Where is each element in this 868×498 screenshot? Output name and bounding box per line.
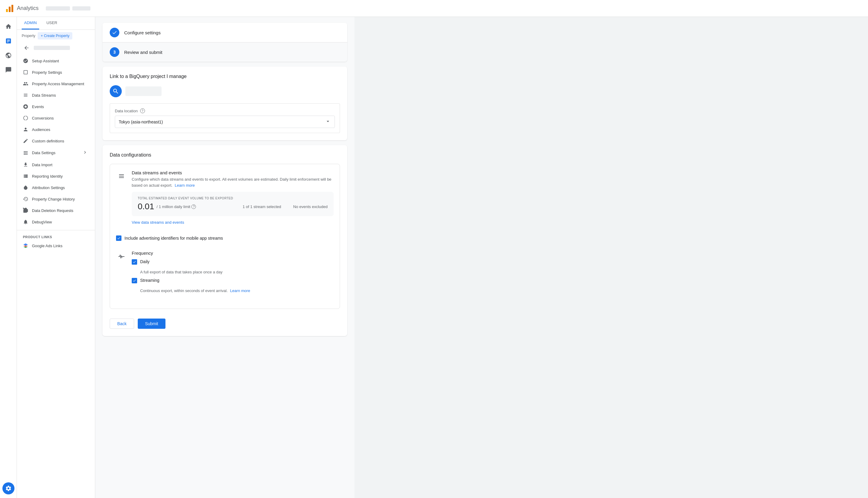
create-property-button[interactable]: + Create Property [38,32,72,39]
nav-settings-icon[interactable] [2,482,14,494]
sidebar-label-audiences: Audiences [32,127,50,132]
search-icon [112,88,119,94]
tab-admin[interactable]: ADMIN [22,17,39,29]
sidebar-item-google-ads[interactable]: Google Ads Links [17,240,92,251]
property-label: Property [22,34,35,38]
bigquery-project-name-blur [125,87,162,96]
sidebar-label-setup-assistant: Setup Assistant [32,59,59,63]
streaming-checkbox-box[interactable] [132,278,137,283]
sidebar-item-property-change[interactable]: Property Change History [17,193,92,205]
nav-advertising-icon[interactable] [2,64,14,76]
sidebar-item-data-streams[interactable]: Data Streams [17,89,92,101]
streaming-checkbox-row: Streaming [132,278,334,283]
deletion-icon [23,208,28,213]
sidebar-label-property-settings: Property Settings [32,70,62,75]
sidebar-item-setup-assistant[interactable]: Setup Assistant [17,55,92,67]
daily-checkbox-row: Daily [132,259,334,265]
data-configurations-title: Data configurations [110,152,340,158]
custom-icon [23,138,28,144]
view-data-streams-link[interactable]: View data streams and events [132,220,184,225]
stats-help-icon: ? [191,205,196,209]
stats-unit: / 1 million daily limit ? [157,205,196,209]
attribution-icon [23,185,28,190]
sidebar-item-custom-definitions[interactable]: Custom definitions [17,135,92,147]
sidebar-label-property-change: Property Change History [32,197,75,201]
app-logo: Analytics [2,4,41,13]
nav-explore-icon[interactable] [2,49,14,62]
tab-user[interactable]: USER [44,17,60,29]
sidebar-label-property-access: Property Access Management [32,82,84,86]
data-configurations-card: Data configurations Data streams and eve… [102,145,347,336]
sidebar-label-data-deletion: Data Deletion Requests [32,208,73,213]
nav-reports-icon[interactable] [2,35,14,47]
sidebar-item-data-import[interactable]: Data Import [17,159,92,170]
stats-volume: 0.01 [138,202,154,211]
analytics-logo-icon [5,4,14,13]
sidebar-item-debugview[interactable]: DebugView [17,216,92,227]
svg-rect-0 [6,9,8,12]
bigquery-title: Link to a BigQuery project I manage [110,74,340,79]
reporting-icon [23,173,28,179]
sidebar-label-data-import: Data Import [32,162,52,167]
data-location-label: Data location [115,109,138,113]
sidebar-item-property-settings[interactable]: Property Settings [17,67,92,78]
sidebar-label-reporting-identity: Reporting Identity [32,174,63,179]
data-location-label-row: Data location ? [115,108,335,113]
action-buttons: Back Submit [110,316,340,329]
stream-selected-text: 1 of 1 stream selected [243,205,281,209]
streaming-learn-more-link[interactable]: Learn more [230,288,250,293]
frequency-streaming: Streaming Continuous export, within seco… [132,278,334,293]
property-name-blur [34,46,70,50]
select-arrow-icon [325,118,331,125]
data-location-select[interactable]: Tokyo (asia-northeast1) [115,116,335,128]
step-1-badge [110,28,119,37]
history-icon [23,196,28,202]
data-settings-icon [23,150,28,156]
back-button[interactable]: Back [110,318,134,329]
stats-label: TOTAL ESTIMATED DAILY EVENT VOLUME TO BE… [138,197,328,200]
sidebar-label-events: Events [32,104,44,109]
advertising-checkbox-box[interactable] [116,235,122,241]
stats-values: 0.01 / 1 million daily limit ? 1 of 1 st… [138,202,328,211]
sidebar-item-attribution-settings[interactable]: Attribution Settings [17,182,92,193]
sidebar-item-data-settings[interactable]: Data Settings [17,147,92,159]
frequency-section: Frequency Daily [116,250,334,297]
sidebar-item-data-deletion[interactable]: Data Deletion Requests [17,205,92,216]
frequency-row: Frequency Daily [116,250,334,297]
data-streams-learn-more-link[interactable]: Learn more [175,183,195,187]
stats-right: 1 of 1 stream selected No events exclude… [243,205,328,209]
streaming-desc-container: Continuous export, within seconds of eve… [140,288,334,293]
left-nav [0,17,17,498]
sidebar-item-conversions[interactable]: Conversions [17,112,92,124]
back-button-sidebar[interactable] [22,43,31,53]
frequency-daily: Daily A full export of data that takes p… [132,259,334,274]
daily-desc: A full export of data that takes place o… [140,270,222,274]
property-settings-icon [23,69,28,75]
events-excluded-text: No events excluded [293,205,328,209]
events-icon [23,104,28,109]
daily-label: Daily [140,259,150,264]
frequency-icon [116,251,127,262]
streaming-label: Streaming [140,278,159,283]
import-icon [23,162,28,167]
product-links-label: PRODUCT LINKS [17,233,95,240]
daily-content: Daily [140,259,150,265]
step-review: 3 Review and submit [102,42,347,62]
streaming-desc: Continuous export, within seconds of eve… [140,288,228,293]
sidebar-item-events[interactable]: Events [17,101,92,112]
sidebar-item-property-access[interactable]: Property Access Management [17,78,92,89]
submit-button[interactable]: Submit [138,318,165,329]
streaming-check-icon [132,279,136,283]
sidebar-item-audiences[interactable]: Audiences [17,124,92,135]
stats-bar: TOTAL ESTIMATED DAILY EVENT VOLUME TO BE… [132,192,334,216]
bigquery-card: Link to a BigQuery project I manage Data… [102,67,347,140]
stats-unit-text: / 1 million daily limit [157,205,191,209]
sidebar-label-data-settings: Data Settings [32,150,79,155]
check-icon [117,236,120,240]
daily-checkbox-box[interactable] [132,259,137,265]
advertising-checkbox-row: Include advertising identifiers for mobi… [116,231,334,248]
nav-home-icon[interactable] [2,21,14,32]
sidebar-item-reporting-identity[interactable]: Reporting Identity [17,170,92,182]
sidebar-label-google-ads: Google Ads Links [32,244,62,248]
advertising-checkbox: Include advertising identifiers for mobi… [116,235,334,241]
